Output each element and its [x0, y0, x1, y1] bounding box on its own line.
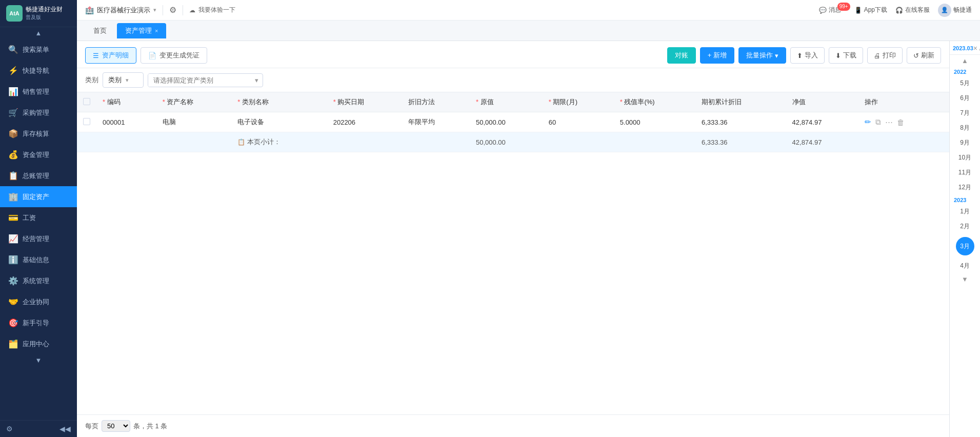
company-name: 医疗器械行业演示: [97, 6, 150, 15]
info-icon: ℹ️: [8, 255, 17, 265]
calendar-month-12[interactable]: 12月: [950, 180, 980, 195]
calendar-month-9[interactable]: 9月: [950, 135, 980, 150]
toolbar: ☰ 资产明细 📄 变更生成凭证 对账 + 新增 批量操作 ▾ ⬆: [77, 41, 949, 68]
sidebar-item-app-center[interactable]: 🗂️ 应用中心: [0, 333, 77, 354]
sidebar-scroll-down[interactable]: ▼: [0, 354, 77, 366]
app-download-button[interactable]: 📱 App下载: [854, 6, 887, 14]
calendar-close-icon[interactable]: ×: [973, 44, 977, 52]
sidebar-item-search[interactable]: 🔍 搜索菜单: [0, 39, 77, 60]
download-icon: 📱: [854, 7, 862, 14]
toolbar-right-actions: 对账 + 新增 批量操作 ▾ ⬆ 导入 ⬇ 下载 🖨: [667, 47, 941, 64]
customer-service-button[interactable]: 🎧 在线客服: [895, 6, 930, 14]
payroll-icon: 💳: [8, 213, 17, 223]
calendar-scroll-up[interactable]: ▲: [950, 55, 980, 67]
calendar-scroll-down[interactable]: ▼: [950, 273, 980, 285]
print-button[interactable]: 🖨 打印: [867, 47, 903, 64]
row-checkbox[interactable]: [83, 118, 90, 125]
sidebar-scroll-up[interactable]: ▲: [0, 27, 77, 39]
calendar-month-7[interactable]: 7月: [950, 106, 980, 121]
table-header-row: 编码 资产名称 类别名称 购买日期: [77, 92, 949, 112]
sidebar-bottom: ⚙ ◀◀: [0, 420, 77, 437]
sidebar-item-label: 工资: [23, 213, 36, 223]
calendar-month-5[interactable]: 5月: [950, 76, 980, 91]
tab-home[interactable]: 首页: [85, 23, 115, 38]
subtotal-net-value: 42,874.97: [786, 132, 859, 152]
calendar-month-11[interactable]: 11月: [950, 165, 980, 180]
reconcile-button[interactable]: 对账: [667, 47, 696, 64]
sidebar-item-guide[interactable]: 🎯 新手引导: [0, 312, 77, 333]
select-all-checkbox[interactable]: [83, 98, 90, 105]
settings-icon: ⚙️: [8, 276, 17, 286]
gear-icon[interactable]: ⚙: [6, 425, 13, 433]
sidebar-item-purchase[interactable]: 🛒 采购管理: [0, 102, 77, 123]
subtotal-label: 本页小计：: [247, 138, 281, 146]
tab-asset-management[interactable]: 资产管理 ×: [117, 23, 166, 38]
header-residual-rate: 残值率(%): [614, 92, 695, 112]
header-category: 类别名称: [231, 92, 327, 112]
search-icon: 🔍: [8, 45, 17, 54]
calendar-month-2023-4[interactable]: 4月: [950, 259, 980, 273]
edit-icon[interactable]: ✏: [865, 117, 871, 127]
calendar-month-2023-1[interactable]: 1月: [950, 204, 980, 219]
topbar-right: 💬 消息 99+ 📱 App下载 🎧 在线客服 👤 畅捷通: [819, 4, 972, 17]
sidebar-item-finance[interactable]: 💰 资金管理: [0, 144, 77, 165]
calendar-month-8[interactable]: 8月: [950, 121, 980, 135]
delete-icon[interactable]: 🗑: [897, 118, 905, 127]
calendar-panel: 2023.03 × ⤢ ▲ 2022 5月 6月 7月 8月 9月 10月 11…: [949, 41, 980, 437]
new-button[interactable]: + 新增: [700, 47, 734, 64]
copy-icon[interactable]: ⧉: [875, 117, 881, 127]
sidebar-item-sales[interactable]: 📊 销售管理: [0, 81, 77, 102]
sidebar-item-navigation[interactable]: ⚡ 快捷导航: [0, 60, 77, 81]
sidebar-item-fixed-assets[interactable]: 🏢 固定资产: [0, 186, 77, 207]
calendar-year-2022-label: 2022: [950, 67, 980, 76]
calendar-panel-header: 2023.03 × ⤢: [950, 41, 980, 55]
sidebar-item-operations[interactable]: 📈 经营管理: [0, 228, 77, 249]
sidebar-item-label: 销售管理: [23, 87, 49, 96]
content-main: ☰ 资产明细 📄 变更生成凭证 对账 + 新增 批量操作 ▾ ⬆: [77, 41, 949, 437]
refresh-icon: ↺: [913, 52, 919, 59]
batch-button[interactable]: 批量操作 ▾: [738, 47, 786, 64]
tabs-bar: 首页 资产管理 ×: [77, 21, 980, 41]
sidebar-item-label: 固定资产: [23, 192, 49, 202]
user-name: 畅捷通: [953, 6, 972, 14]
messages-button[interactable]: 💬 消息 99+: [819, 6, 846, 14]
more-icon[interactable]: ⋯: [885, 117, 893, 127]
sidebar-item-ledger[interactable]: 📋 总账管理: [0, 165, 77, 186]
print-icon: 🖨: [874, 52, 881, 59]
company-selector[interactable]: 🏥 医疗器械行业演示 ▾: [85, 6, 156, 15]
calendar-month-10[interactable]: 10月: [950, 150, 980, 165]
sidebar-item-inventory[interactable]: 📦 库存核算: [0, 123, 77, 144]
filter-label: 类别: [85, 75, 98, 85]
calendar-month-6[interactable]: 6月: [950, 91, 980, 106]
category-input[interactable]: [148, 74, 251, 87]
asset-table-wrap: 编码 资产名称 类别名称 购买日期: [77, 92, 949, 414]
box-icon: 📦: [8, 129, 17, 138]
export-button[interactable]: ⬆ 导入: [790, 47, 825, 64]
sidebar-item-label: 快捷导航: [23, 66, 49, 75]
topbar: 🏥 医疗器械行业演示 ▾ ⚙ ☁ 我要体验一下 💬 消息 99+ 📱 App下载…: [77, 0, 980, 21]
sidebar-item-label: 库存核算: [23, 129, 49, 138]
collapse-icon[interactable]: ◀◀: [59, 425, 71, 433]
money-icon: 💰: [8, 150, 17, 160]
row-depreciation-method: 年限平均: [402, 112, 470, 132]
settings-button[interactable]: ⚙: [169, 5, 176, 15]
tab-asset-detail-label: 资产明细: [102, 51, 129, 60]
calendar-month-2023-3[interactable]: 3月: [956, 237, 974, 255]
tab-asset-detail-button[interactable]: ☰ 资产明细: [85, 47, 136, 64]
sidebar-item-basic-info[interactable]: ℹ️ 基础信息: [0, 249, 77, 270]
per-page-select[interactable]: 10 20 50 100: [102, 420, 130, 432]
input-dropdown-arrow-icon[interactable]: ▾: [251, 76, 263, 84]
experience-button[interactable]: ☁ 我要体验一下: [189, 6, 235, 14]
row-name: 电脑: [156, 112, 232, 132]
sidebar-item-payroll[interactable]: 💳 工资: [0, 207, 77, 228]
tab-close-button[interactable]: ×: [155, 28, 158, 34]
refresh-button[interactable]: ↺ 刷新: [907, 47, 941, 64]
tab-voucher-label: 变更生成凭证: [159, 51, 199, 60]
tab-voucher-button[interactable]: 📄 变更生成凭证: [141, 47, 207, 64]
sidebar-item-system[interactable]: ⚙️ 系统管理: [0, 270, 77, 291]
sidebar-item-collab[interactable]: 🤝 企业协同: [0, 291, 77, 312]
calendar-month-2023-2[interactable]: 2月: [950, 219, 980, 234]
category-select[interactable]: 类别 ▾: [103, 72, 144, 88]
user-menu[interactable]: 👤 畅捷通: [938, 4, 972, 17]
download-button[interactable]: ⬇ 下载: [829, 47, 863, 64]
